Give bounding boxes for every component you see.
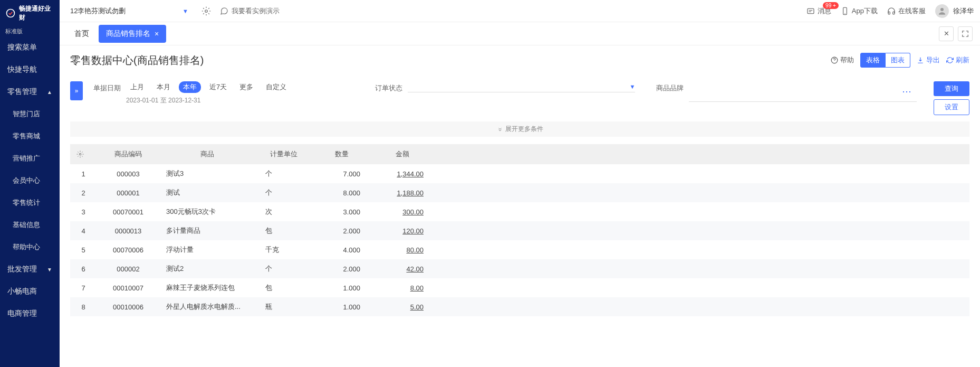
date-pill[interactable]: 更多	[235, 81, 257, 93]
filter-date-label: 单据日期	[93, 81, 121, 93]
cell-name: 测试3	[160, 164, 255, 183]
view-chart-button[interactable]: 图表	[886, 53, 910, 68]
logo-icon	[5, 8, 16, 18]
cell-amount[interactable]: 80.00	[371, 240, 434, 259]
cell-amount[interactable]: 300.00	[371, 202, 434, 221]
settings-button[interactable]: 设置	[934, 99, 969, 115]
brand-select[interactable]: ⋯	[689, 81, 917, 102]
date-pill[interactable]: 本月	[152, 81, 175, 93]
date-pill[interactable]: 本年	[179, 81, 201, 93]
cell-amount[interactable]: 120.00	[371, 221, 434, 240]
refresh-button[interactable]: 刷新	[946, 55, 969, 65]
tab-product-sales-rank[interactable]: 商品销售排名 ×	[99, 25, 166, 43]
col-header-qty[interactable]: 数量	[313, 144, 371, 164]
user-icon	[937, 6, 947, 16]
view-table-button[interactable]: 表格	[860, 53, 886, 68]
cell-code: 000003	[97, 164, 160, 183]
table-row[interactable]: 40000013多计量商品包2.000120.00	[70, 221, 969, 240]
cell-qty: 3.000	[313, 202, 371, 221]
chevron-down-icon: ▼	[47, 267, 52, 272]
filter-brand-label: 商品品牌	[656, 81, 684, 93]
filter-date: 单据日期 上月本月本年近7天更多自定义 2023-01-01 至 2023-12…	[93, 81, 354, 105]
cell-amount[interactable]: 1,344.00	[371, 164, 434, 183]
close-all-button[interactable]: ✕	[939, 26, 954, 41]
col-header-amount[interactable]: 金额	[371, 144, 434, 164]
cell-name: 浮动计量	[160, 240, 255, 259]
sidebar: 畅捷通好业财 标准版 搜索菜单 快捷导航 零售管理 ▲ 智慧门店 零售商城 营销…	[0, 0, 60, 367]
speech-icon	[220, 7, 228, 15]
sidebar-item-smart-store[interactable]: 智慧门店	[0, 103, 60, 125]
cell-qty: 2.000	[313, 221, 371, 240]
cell-amount[interactable]: 8.00	[371, 278, 434, 297]
support-link[interactable]: 在线客服	[887, 6, 926, 16]
sidebar-quick-nav[interactable]: 快捷导航	[0, 59, 60, 81]
table-row[interactable]: 500070006浮动计量千克4.00080.00	[70, 240, 969, 259]
sidebar-ecommerce[interactable]: 电商管理	[0, 303, 60, 325]
more-icon[interactable]: ⋯	[898, 83, 917, 99]
tab-home[interactable]: 首页	[67, 25, 97, 43]
close-icon[interactable]: ×	[155, 30, 159, 38]
demo-link-label: 我要看实例演示	[232, 6, 280, 16]
table-row[interactable]: 800010006外星人电解质水电解质...瓶1.0005.00	[70, 297, 969, 316]
table-row[interactable]: 300070001300元畅玩3次卡次3.000300.00	[70, 202, 969, 221]
status-select[interactable]: ▼	[408, 81, 636, 92]
collapse-toggle[interactable]: »	[70, 81, 83, 100]
column-settings[interactable]	[70, 144, 97, 164]
sidebar-item-retail-mall[interactable]: 零售商城	[0, 125, 60, 147]
sidebar-xiaochang[interactable]: 小畅电商	[0, 280, 60, 303]
date-pill[interactable]: 近7天	[205, 81, 231, 93]
brand-name: 畅捷通好业财	[19, 4, 54, 22]
table-row[interactable]: 2000001测试个8.0001,188.00	[70, 183, 969, 202]
help-link[interactable]: 帮助	[831, 55, 854, 65]
sidebar-item-basic-info[interactable]: 基础信息	[0, 214, 60, 236]
cell-qty: 2.000	[313, 259, 371, 278]
sidebar-item-help-center[interactable]: 帮助中心	[0, 236, 60, 258]
sidebar-item-members[interactable]: 会员中心	[0, 170, 60, 192]
export-button[interactable]: 导出	[917, 55, 940, 65]
sidebar-wholesale[interactable]: 批发管理 ▼	[0, 258, 60, 280]
demo-link[interactable]: 我要看实例演示	[220, 6, 280, 16]
col-header-code[interactable]: 商品编码	[97, 144, 160, 164]
app-download-link[interactable]: App下载	[841, 6, 878, 16]
user-menu[interactable]: 徐泽华	[935, 4, 974, 18]
sidebar-retail[interactable]: 零售管理 ▲	[0, 81, 60, 103]
sidebar-item-retail-stats[interactable]: 零售统计	[0, 192, 60, 214]
cell-unit: 个	[255, 164, 313, 183]
cell-amount[interactable]: 1,188.00	[371, 183, 434, 202]
org-dropdown[interactable]: 12李艳芬测试勿删 ▼	[66, 4, 193, 18]
col-header-name[interactable]: 商品	[160, 144, 255, 164]
headset-icon	[887, 7, 896, 15]
cell-name: 多计量商品	[160, 221, 255, 240]
refresh-icon	[946, 57, 954, 64]
cell-name: 麻辣王子麦烧系列连包	[160, 278, 255, 297]
query-button[interactable]: 查询	[934, 81, 969, 96]
fullscreen-button[interactable]	[958, 26, 973, 41]
svg-point-0	[7, 10, 15, 17]
export-icon	[917, 57, 924, 64]
cell-amount[interactable]: 42.00	[371, 259, 434, 278]
col-header-unit[interactable]: 计量单位	[255, 144, 313, 164]
expand-filters[interactable]: 展开更多条件	[70, 121, 969, 137]
table-row[interactable]: 6000002测试2个2.00042.00	[70, 259, 969, 278]
date-pill[interactable]: 上月	[126, 81, 148, 93]
table-row[interactable]: 700010007麻辣王子麦烧系列连包包1.0008.00	[70, 278, 969, 297]
chevron-down-icon: ▼	[629, 83, 635, 90]
sidebar-search[interactable]: 搜索菜单	[0, 36, 60, 59]
date-pill[interactable]: 自定义	[262, 81, 291, 93]
cell-unit: 包	[255, 278, 313, 297]
org-dropdown-value: 12李艳芬测试勿删	[70, 6, 126, 16]
svg-point-7	[79, 153, 81, 155]
cell-unit: 瓶	[255, 297, 313, 316]
sidebar-item-marketing[interactable]: 营销推广	[0, 147, 60, 170]
brand-logo: 畅捷通好业财	[0, 0, 60, 26]
cell-amount[interactable]: 5.00	[371, 297, 434, 316]
row-index: 5	[70, 240, 97, 259]
table-row[interactable]: 1000003测试3个7.0001,344.00	[70, 164, 969, 183]
export-label: 导出	[926, 55, 940, 65]
filter-status-label: 订单状态	[375, 81, 402, 93]
table-header-row: 商品编码 商品 计量单位 数量 金额	[70, 144, 969, 164]
messages-link[interactable]: 消息 99 +	[806, 6, 831, 16]
settings-button[interactable]	[199, 4, 214, 18]
view-toggle: 表格 图表	[860, 53, 910, 68]
expand-label: 展开更多条件	[505, 125, 543, 134]
